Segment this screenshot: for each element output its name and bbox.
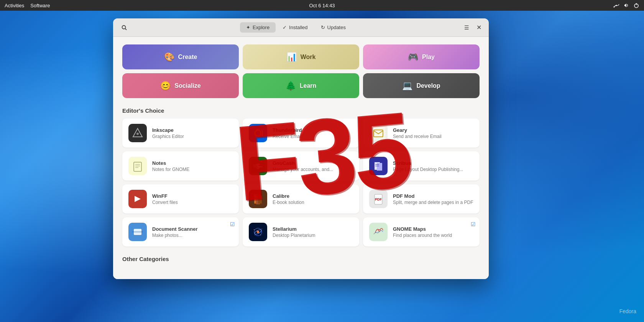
category-create[interactable]: 🎨 Create	[122, 44, 239, 69]
app-card-notes[interactable]: Notes Notes for GNOME	[122, 151, 239, 181]
svg-rect-21	[253, 164, 258, 168]
svg-line-5	[125, 28, 127, 30]
geary-info: Geary Send and receive Email	[393, 127, 473, 139]
scribus-name: Scribus	[393, 160, 473, 166]
app-card-gnucash[interactable]: $ GnuCash Manage your accounts, and...	[243, 151, 359, 181]
svg-rect-49	[371, 225, 385, 239]
svg-point-11	[256, 131, 260, 135]
winff-desc: Convert files	[152, 200, 233, 205]
svg-rect-40	[132, 232, 143, 232]
category-work[interactable]: 📊 Work	[243, 44, 359, 69]
header-actions: ☰ ✕	[461, 22, 484, 33]
svg-rect-25	[377, 163, 382, 171]
category-create-label: Create	[178, 54, 197, 61]
app-card-geary[interactable]: Geary Send and receive Email	[363, 118, 480, 148]
topbar-right	[613, 2, 639, 8]
category-socialize[interactable]: 😊 Socialize	[122, 73, 239, 98]
category-develop[interactable]: 💻 Develop	[363, 73, 480, 98]
app-card-thunderbird[interactable]: Thunderbird Receive Email	[243, 118, 359, 148]
app-card-pdfmod[interactable]: PDF PDF Mod Split, merge and delete page…	[363, 184, 480, 214]
volume-icon[interactable]	[623, 2, 629, 8]
calibre-name: Calibre	[273, 193, 353, 199]
gnomemaps-icon	[369, 223, 388, 241]
app-card-scribus[interactable]: Scribus Page Layout Desktop Publishing..…	[363, 151, 480, 181]
activities-button[interactable]: Activities	[5, 3, 24, 8]
network-icon[interactable]	[613, 2, 619, 8]
svg-point-44	[257, 231, 259, 233]
app-card-document[interactable]: Document Scanner Make photos... ☑	[122, 217, 239, 246]
fedora-watermark: Fedora	[619, 308, 636, 314]
gnucash-icon: $	[249, 157, 267, 175]
gnomemaps-name: GNOME Maps	[393, 226, 473, 232]
pdfmod-info: PDF Mod Split, merge and delete pages in…	[393, 193, 473, 205]
menu-icon: ☰	[464, 25, 469, 31]
app-card-winff[interactable]: WinFF Convert files	[122, 184, 239, 214]
category-socialize-label: Socialize	[174, 82, 200, 89]
topbar-left: Activities Software	[5, 3, 50, 8]
document-installed-check: ☑	[230, 221, 235, 227]
inkscape-info: Inkscape Graphics Editor	[152, 127, 233, 139]
power-icon[interactable]	[633, 2, 639, 8]
scribus-icon	[369, 157, 388, 175]
calibre-info: Calibre E-book solution	[273, 193, 353, 205]
svg-point-4	[122, 25, 126, 29]
inkscape-icon	[128, 124, 147, 142]
menu-button[interactable]: ☰	[461, 22, 472, 33]
close-button[interactable]: ✕	[473, 22, 484, 33]
category-work-label: Work	[301, 54, 316, 61]
search-button[interactable]	[118, 21, 131, 34]
category-develop-label: Develop	[416, 82, 440, 89]
gnucash-desc: Manage your accounts, and...	[273, 167, 353, 172]
geary-desc: Send and receive Email	[393, 134, 473, 139]
header-tabs: ✦ Explore ✓ Installed ↻ Updates	[134, 22, 458, 33]
stellarium-icon	[249, 223, 267, 241]
winff-info: WinFF Convert files	[152, 193, 233, 205]
other-categories-title: Other Categories	[122, 256, 480, 262]
topbar-app-name: Software	[30, 3, 50, 8]
category-learn[interactable]: 🌲 Learn	[243, 73, 359, 98]
notes-name: Notes	[152, 160, 233, 166]
document-info: Document Scanner Make photos...	[152, 226, 233, 238]
thunderbird-icon	[249, 124, 267, 142]
svg-point-47	[260, 235, 261, 235]
thunderbird-info: Thunderbird Receive Email	[273, 127, 353, 139]
stellarium-name: Stellarium	[273, 226, 353, 232]
pdfmod-name: PDF Mod	[393, 193, 473, 199]
editors-choice-title: Editor's Choice	[122, 107, 480, 114]
tab-updates[interactable]: ↻ Updates	[315, 22, 352, 33]
updates-icon: ↻	[321, 25, 325, 30]
stellarium-desc: Desktop Planetarium	[273, 233, 353, 238]
document-scanner-icon	[128, 223, 147, 241]
svg-point-46	[261, 228, 262, 229]
document-desc: Make photos...	[152, 233, 233, 238]
svg-point-48	[255, 235, 255, 235]
scribus-info: Scribus Page Layout Desktop Publishing..…	[393, 160, 473, 172]
winff-icon	[128, 190, 147, 208]
svg-text:PDF: PDF	[375, 197, 382, 201]
tab-explore[interactable]: ✦ Explore	[240, 22, 276, 33]
scribus-desc: Page Layout Desktop Publishing...	[393, 167, 473, 172]
learn-icon: 🌲	[286, 81, 296, 91]
content-area[interactable]: 🎨 Create 📊 Work 🎮 Play 😊 Socialize 🌲 Lea…	[113, 37, 489, 279]
category-play[interactable]: 🎮 Play	[363, 44, 480, 69]
winff-name: WinFF	[152, 193, 233, 199]
explore-icon: ✦	[246, 25, 250, 30]
calibre-desc: E-book solution	[273, 200, 353, 205]
svg-rect-33	[258, 196, 262, 204]
app-card-calibre[interactable]: Calibre E-book solution	[243, 184, 359, 214]
editors-choice-grid: Inkscape Graphics Editor Thunderbird Rec…	[122, 118, 480, 246]
geary-icon	[369, 124, 388, 142]
pdfmod-desc: Split, merge and delete pages in a PDF	[393, 200, 473, 205]
geary-name: Geary	[393, 127, 473, 133]
svg-point-51	[379, 230, 380, 231]
gnomemaps-installed-check: ☑	[471, 221, 476, 227]
socialize-icon: 😊	[160, 81, 171, 91]
app-card-stellarium[interactable]: Stellarium Desktop Planetarium	[243, 217, 359, 246]
gnucash-name: GnuCash	[273, 160, 353, 166]
app-card-inkscape[interactable]: Inkscape Graphics Editor	[122, 118, 239, 148]
tab-installed[interactable]: ✓ Installed	[276, 22, 314, 33]
inkscape-name: Inkscape	[152, 127, 233, 133]
app-card-gnomemaps[interactable]: GNOME Maps Find places around the world …	[363, 217, 480, 246]
category-learn-label: Learn	[300, 82, 317, 89]
software-window: ✦ Explore ✓ Installed ↻ Updates ☰ ✕	[113, 18, 489, 279]
